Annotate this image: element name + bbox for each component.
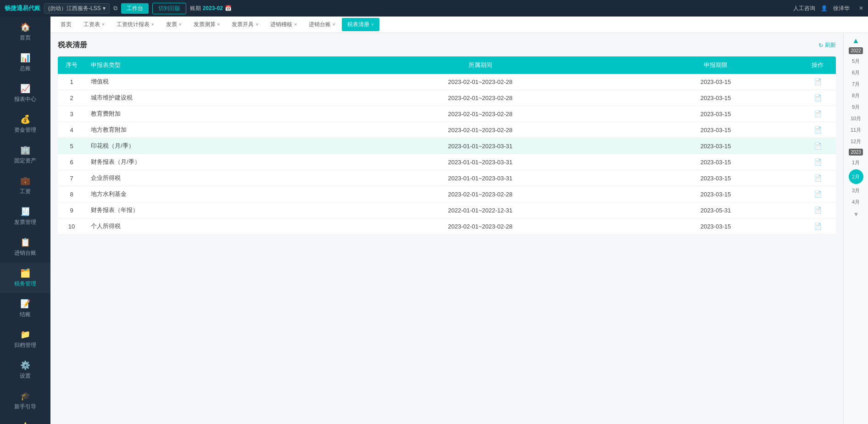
sidebar-item-assets[interactable]: 🏢 固定资产 bbox=[0, 139, 50, 170]
workbench-button[interactable]: 工作台 bbox=[121, 3, 149, 14]
month-6[interactable]: 6月 bbox=[848, 67, 864, 78]
tab-tax-list-label: 税表清册 bbox=[347, 21, 369, 28]
action-doc-icon[interactable]: 📄 bbox=[814, 94, 822, 101]
sidebar-item-settings[interactable]: ⚙️ 设置 bbox=[0, 355, 50, 385]
table-row: 5 印花税（月/季） 2023-01-01~2023-03-31 2023-03… bbox=[58, 138, 836, 154]
tab-home[interactable]: 首页 bbox=[55, 18, 77, 31]
tab-invoice-calc[interactable]: 发票测算 × bbox=[188, 18, 226, 31]
settle-icon: 📝 bbox=[20, 299, 30, 309]
tab-invoice-open-close[interactable]: × bbox=[256, 22, 258, 27]
tab-purchase-account[interactable]: 进销台账 × bbox=[303, 18, 341, 31]
cell-deadline: 2023-03-15 bbox=[632, 74, 799, 90]
action-doc-icon[interactable]: 📄 bbox=[814, 158, 822, 166]
tab-salary[interactable]: 工资表 × bbox=[78, 18, 110, 31]
sidebar-item-vip[interactable]: ⭐ 畅会员 bbox=[0, 416, 50, 424]
sidebar-item-funds[interactable]: 💰 资金管理 bbox=[0, 109, 50, 139]
sidebar-item-label: 新手引导 bbox=[14, 403, 36, 411]
tab-invoice-calc-close[interactable]: × bbox=[217, 22, 220, 27]
sidebar-item-archive[interactable]: 📁 归档管理 bbox=[0, 324, 50, 355]
tab-invoice-open[interactable]: 发票开具 × bbox=[226, 18, 264, 31]
cell-period: 2023-02-01~2023-02-28 bbox=[328, 218, 632, 234]
page-header: 税表清册 ↻ 刷新 bbox=[58, 40, 836, 50]
sidebar-item-purchase-sales[interactable]: 📋 进销台账 bbox=[0, 232, 50, 262]
copy-icon[interactable]: ⧉ bbox=[113, 5, 117, 12]
sidebar-item-ledger[interactable]: 📊 总账 bbox=[0, 47, 50, 78]
action-doc-icon[interactable]: 📄 bbox=[814, 174, 822, 182]
top-bar-right: 人工咨询 👤 徐泽华 ✕ bbox=[793, 5, 863, 12]
month-8[interactable]: 8月 bbox=[848, 90, 864, 101]
cell-type: 地方教育附加 bbox=[85, 122, 328, 138]
tab-salary-report[interactable]: 工资统计报表 × bbox=[111, 18, 160, 31]
month-2-active[interactable]: 2月 bbox=[849, 169, 863, 184]
sidebar-item-home[interactable]: 🏠 首页 bbox=[0, 17, 50, 47]
cell-deadline: 2023-03-15 bbox=[632, 90, 799, 106]
refresh-button[interactable]: ↻ 刷新 bbox=[818, 41, 836, 49]
tab-purchase-account-close[interactable]: × bbox=[333, 22, 335, 27]
action-doc-icon[interactable]: 📄 bbox=[814, 110, 822, 117]
cell-period: 2023-02-01~2023-02-28 bbox=[328, 186, 632, 202]
main-content: 首页 工资表 × 工资统计报表 × 发票 × 发票测算 × 发票开具 × bbox=[50, 17, 868, 424]
action-doc-icon[interactable]: 📄 bbox=[814, 142, 822, 150]
top-bar: 畅捷通易代账 (勿动）江西服务-LSS ▾ ⧉ 工作台 切到旧版 账期 2023… bbox=[0, 0, 868, 17]
month-7[interactable]: 7月 bbox=[848, 79, 864, 89]
table-row: 1 增值税 2023-02-01~2023-02-28 2023-03-15 📄 bbox=[58, 74, 836, 90]
sidebar-item-label: 固定资产 bbox=[14, 157, 36, 165]
settings-icon: ⚙️ bbox=[20, 360, 30, 370]
sidebar-item-guide[interactable]: 🎓 新手引导 bbox=[0, 385, 50, 416]
ai-consult[interactable]: 人工咨询 bbox=[793, 5, 815, 12]
cell-action: 📄 bbox=[799, 138, 836, 154]
action-doc-icon[interactable]: 📄 bbox=[814, 223, 822, 230]
table-header-row: 序号 申报表类型 所属期间 申报期限 操作 bbox=[58, 56, 836, 74]
tab-tax-list[interactable]: 税表清册 × bbox=[342, 18, 379, 31]
cell-action: 📄 bbox=[799, 202, 836, 218]
company-selector[interactable]: (勿动）江西服务-LSS ▾ bbox=[44, 3, 110, 14]
tab-invoice-close[interactable]: × bbox=[179, 22, 182, 27]
cell-action: 📄 bbox=[799, 74, 836, 90]
sidebar-item-label: 发票管理 bbox=[14, 218, 36, 226]
content-area: 税表清册 ↻ 刷新 序号 申报表类型 所属期间 申报期限 bbox=[50, 33, 843, 424]
month-3[interactable]: 3月 bbox=[848, 185, 864, 196]
tab-purchase-audit[interactable]: 进销稽核 × bbox=[265, 18, 302, 31]
month-12[interactable]: 12月 bbox=[848, 136, 864, 147]
cell-action: 📄 bbox=[799, 122, 836, 138]
sidebar-item-reports[interactable]: 📈 报表中心 bbox=[0, 78, 50, 109]
close-window-icon[interactable]: ✕ bbox=[859, 5, 863, 11]
sidebar-item-settle[interactable]: 📝 结账 bbox=[0, 293, 50, 324]
month-5[interactable]: 5月 bbox=[848, 56, 864, 67]
cell-action: 📄 bbox=[799, 90, 836, 106]
user-name[interactable]: 徐泽华 bbox=[833, 5, 850, 12]
cell-deadline: 2023-03-15 bbox=[632, 122, 799, 138]
user-avatar: 👤 bbox=[821, 5, 828, 11]
action-doc-icon[interactable]: 📄 bbox=[814, 78, 822, 85]
sidebar-item-label: 进销台账 bbox=[14, 249, 36, 257]
cell-action: 📄 bbox=[799, 106, 836, 122]
panel-collapse-button[interactable]: ▾ bbox=[854, 210, 858, 218]
chevron-down-icon: ▾ bbox=[103, 5, 106, 11]
month-9[interactable]: 9月 bbox=[848, 102, 864, 112]
sidebar-item-salary[interactable]: 💼 工资 bbox=[0, 170, 50, 201]
switch-old-button[interactable]: 切到旧版 bbox=[152, 3, 186, 14]
tab-salary-report-close[interactable]: × bbox=[151, 22, 154, 27]
action-doc-icon[interactable]: 📄 bbox=[814, 206, 822, 214]
sidebar-item-tax[interactable]: 🗂️ 税务管理 bbox=[0, 262, 50, 293]
tab-tax-list-close[interactable]: × bbox=[371, 22, 374, 27]
month-1[interactable]: 1月 bbox=[848, 157, 864, 168]
cell-period: 2023-02-01~2023-02-28 bbox=[328, 106, 632, 122]
action-doc-icon[interactable]: 📄 bbox=[814, 126, 822, 134]
calendar-icon[interactable]: 📅 bbox=[225, 5, 232, 11]
cell-deadline: 2023-03-15 bbox=[632, 186, 799, 202]
month-4[interactable]: 4月 bbox=[848, 197, 864, 207]
action-doc-icon[interactable]: 📄 bbox=[814, 190, 822, 198]
tab-invoice[interactable]: 发票 × bbox=[161, 18, 187, 31]
tab-purchase-audit-close[interactable]: × bbox=[294, 22, 297, 27]
sidebar-item-invoice[interactable]: 🧾 发票管理 bbox=[0, 201, 50, 232]
year-2023-label: 2023 bbox=[849, 149, 862, 156]
cell-action: 📄 bbox=[799, 170, 836, 186]
cell-index: 10 bbox=[58, 218, 85, 234]
table-row: 7 企业所得税 2023-01-01~2023-03-31 2023-03-15… bbox=[58, 170, 836, 186]
tab-salary-close[interactable]: × bbox=[102, 22, 105, 27]
panel-up-button[interactable]: ▲ bbox=[852, 37, 860, 45]
cell-period: 2023-01-01~2023-03-31 bbox=[328, 170, 632, 186]
month-10[interactable]: 10月 bbox=[848, 113, 864, 124]
month-11[interactable]: 11月 bbox=[848, 125, 864, 135]
